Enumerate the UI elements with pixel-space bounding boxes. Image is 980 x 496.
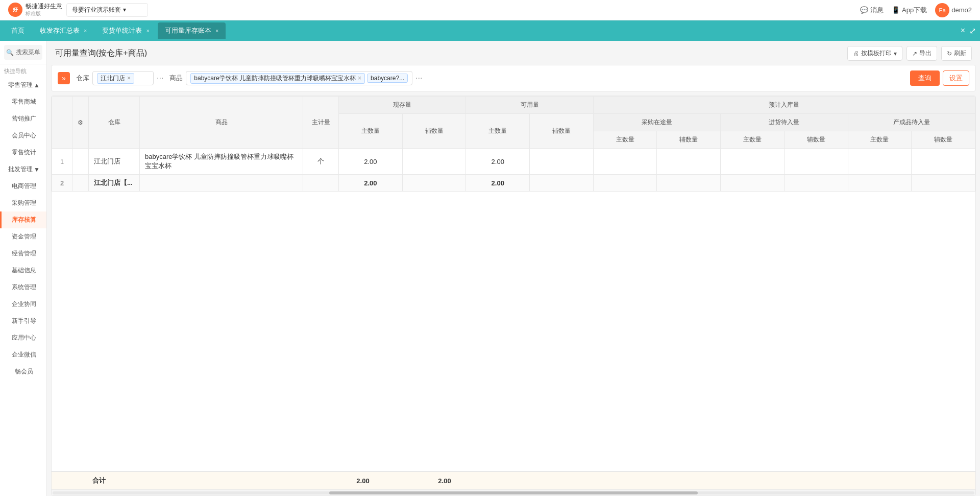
tab-home[interactable]: 首页 [4,22,32,39]
product-tag1: babycare学饮杯 儿童防摔防撞吸管杯重力球吸嘴杯宝宝水杯 × [190,73,365,84]
tab-close-all-icon[interactable]: × [961,26,965,35]
sidebar-item-enterprise-collab[interactable]: 企业协同 [0,296,46,313]
row-2-purchase-main [593,175,657,192]
filter-bar: » 仓库 江北门店 × ··· 商品 babycare学饮杯 儿童防摔防撞吸管杯… [51,65,976,91]
search-icon: 🔍 [6,49,14,56]
page-header-actions: 🖨 按模板打印 ▾ ↗ 导出 ↻ 刷新 [847,46,972,61]
warehouse-filter-input[interactable]: 江北门店 × [92,71,154,85]
filter-expand-button[interactable]: » [58,72,70,84]
print-icon: 🖨 [853,50,859,57]
sidebar-item-operations[interactable]: 经营管理 [0,245,46,262]
top-bar-left: 好 畅捷通好生意 标准版 母婴行业演示账套 ▾ [8,3,148,17]
footer-label: 合计 [92,476,143,485]
refresh-button[interactable]: ↻ 刷新 [941,46,972,61]
export-label: 导出 [919,49,932,58]
table-footer: 合计 2.00 2.00 [52,471,975,489]
sidebar-item-retail-stats[interactable]: 零售统计 [0,144,46,161]
main-layout: 🔍 搜索菜单 快捷导航 零售管理 ▲ 零售商城 营销推广 会员中心 零售统计 批… [0,41,980,496]
warehouse-filter-label: 仓库 [76,74,89,83]
sidebar-search-area: 🔍 搜索菜单 [0,41,46,64]
user-name: demo2 [951,6,972,14]
table-area: ⚙ 仓库 商品 主计量 现存量 可用量 预计入库量 主数量 辅数量 [51,96,976,496]
th-gear: ⚙ [72,97,89,149]
row-1-warehouse: 江北门店 [89,149,140,175]
row-1-production-aux [912,149,975,175]
sidebar-item-ecommerce-label: 电商管理 [12,182,36,190]
th-warehouse: 仓库 [89,97,140,149]
tab-available-inventory[interactable]: 可用量库存账本 × [158,22,226,39]
tab-receipt-summary[interactable]: 收发存汇总表 × [33,22,94,39]
th-current-aux: 辅数量 [402,114,466,149]
row-1-checkbox [72,149,89,175]
row-1-available-main: 2.00 [466,149,530,175]
row-1-production-main [848,149,912,175]
product-tag1-delete[interactable]: × [358,75,361,82]
sidebar-item-basic-info[interactable]: 基础信息 [0,262,46,279]
footer-available-main: 2.00 [424,477,465,485]
search-menu-label: 搜索菜单 [16,48,40,57]
row-2-checkbox [72,175,89,192]
row-1-available-aux [530,149,594,175]
row-2-incoming-aux [784,175,848,192]
th-incoming-pending: 进货待入量 [721,114,848,131]
user-profile[interactable]: Ea demo2 [935,3,972,17]
sidebar-item-member-plus-label: 畅会员 [15,368,33,375]
content-area: 可用量查询(按仓库+商品) 🖨 按模板打印 ▾ ↗ 导出 ↻ 刷新 [47,41,980,496]
th-main-unit: 主计量 [303,97,339,149]
message-button[interactable]: 💬 消息 [860,6,884,15]
sidebar-item-wholesale-mgmt[interactable]: 批发管理 ▼ [0,161,46,178]
logo-icon: 好 [8,3,22,17]
tab-order-stats[interactable]: 要货单统计表 × [95,22,156,39]
sidebar-item-marketing[interactable]: 营销推广 [0,110,46,127]
print-label: 按模板打印 [861,49,892,58]
table-scroll[interactable]: ⚙ 仓库 商品 主计量 现存量 可用量 预计入库量 主数量 辅数量 [52,96,975,471]
sidebar-item-new-guide[interactable]: 新手引导 [0,313,46,329]
nav-tabs: 首页 收发存汇总表 × 要货单统计表 × 可用量库存账本 × × ⤢ [0,20,980,41]
query-button[interactable]: 查询 [910,70,940,86]
product-tag1-text: babycare学饮杯 儿童防摔防撞吸管杯重力球吸嘴杯宝宝水杯 [194,74,356,83]
sidebar-item-member-center[interactable]: 会员中心 [0,127,46,144]
row-2-warehouse: 江北门店【... [89,175,140,192]
org-selector[interactable]: 母婴行业演示账套 ▾ [66,3,148,17]
sidebar-item-finance[interactable]: 资金管理 [0,228,46,245]
tab-order-stats-close[interactable]: × [146,28,149,34]
export-button[interactable]: ↗ 导出 [906,46,937,61]
sidebar-item-ecommerce[interactable]: 电商管理 [0,178,46,195]
settings-button[interactable]: 设置 [943,70,969,86]
print-button[interactable]: 🖨 按模板打印 ▾ [847,46,902,61]
row-2-unit [303,175,339,192]
row-2-current-aux [402,175,466,192]
product-more-dots[interactable]: ··· [415,74,422,83]
tab-maximize-icon[interactable]: ⤢ [969,26,976,36]
product-tag2: babycare?... [367,74,408,83]
refresh-icon: ↻ [947,50,952,57]
warehouse-more-dots[interactable]: ··· [157,74,163,83]
sidebar-item-retail-mall[interactable]: 零售商城 [0,93,46,110]
sidebar-item-app-center[interactable]: 应用中心 [0,329,46,346]
scrollbar-thumb[interactable] [329,491,698,494]
filter-expand-icon: » [62,74,66,82]
row-2-production-main [848,175,912,192]
horizontal-scrollbar[interactable] [52,489,975,495]
product-filter-input[interactable]: babycare学饮杯 儿童防摔防撞吸管杯重力球吸嘴杯宝宝水杯 × babyca… [186,71,412,85]
tab-receipt-summary-close[interactable]: × [84,28,87,34]
row-2-product [140,175,303,192]
sidebar-item-purchase-mgmt[interactable]: 采购管理 [0,195,46,211]
sidebar-item-new-guide-label: 新手引导 [12,317,36,324]
sidebar-item-inventory[interactable]: 库存核算 [0,211,46,228]
inventory-table: ⚙ 仓库 商品 主计量 现存量 可用量 预计入库量 主数量 辅数量 [52,96,975,192]
warehouse-tag-delete[interactable]: × [127,75,131,82]
th-index [52,97,72,149]
tab-available-inventory-close[interactable]: × [215,28,218,34]
tab-available-inventory-label: 可用量库存账本 [165,26,211,35]
sidebar-item-member-plus[interactable]: 畅会员 [0,363,46,380]
footer-current-main: 2.00 [342,477,383,485]
th-incoming-main: 主数量 [721,131,785,149]
sidebar-item-system-mgmt[interactable]: 系统管理 [0,279,46,296]
app-download-button[interactable]: 📱 App下载 [892,6,927,15]
sidebar-item-enterprise-wechat[interactable]: 企业微信 [0,346,46,363]
search-menu-button[interactable]: 🔍 搜索菜单 [4,45,42,60]
warehouse-tag: 江北门店 × [97,73,134,84]
th-planned-inbound: 预计入库量 [593,97,975,114]
sidebar-item-retail-mgmt[interactable]: 零售管理 ▲ [0,77,46,93]
